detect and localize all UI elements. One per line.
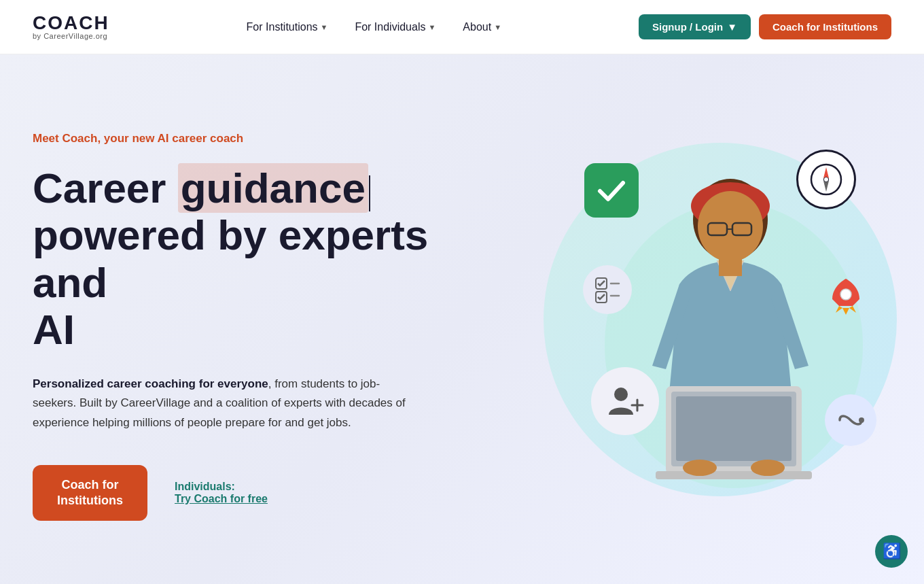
nav-links: For Institutions ▼ For Individuals ▼ Abo… bbox=[234, 16, 514, 39]
float-person-add-icon bbox=[591, 367, 659, 435]
coach-for-institutions-cta-button[interactable]: Coach for Institutions bbox=[33, 465, 147, 521]
for-institutions-chevron-icon: ▼ bbox=[321, 23, 328, 31]
svg-point-21 bbox=[840, 289, 851, 300]
float-checklist-icon bbox=[583, 265, 632, 314]
hero-title-cursor bbox=[369, 175, 370, 211]
svg-point-22 bbox=[614, 388, 628, 401]
hero-image-area bbox=[516, 54, 924, 584]
try-coach-free-link[interactable]: Try Coach for free bbox=[175, 493, 268, 505]
about-chevron-icon: ▼ bbox=[494, 23, 501, 31]
svg-point-25 bbox=[859, 417, 864, 423]
hero-section: Meet Coach, your new AI career coach Car… bbox=[0, 54, 924, 584]
coach-for-institutions-nav-button[interactable]: Coach for Institutions bbox=[759, 14, 891, 39]
float-compass-icon bbox=[796, 150, 856, 209]
cta-individuals-label: Individuals: bbox=[175, 481, 235, 493]
navbar: COACH by CareerVillage.org For Instituti… bbox=[0, 0, 924, 54]
for-individuals-chevron-icon: ▼ bbox=[428, 23, 436, 31]
float-checkmark-icon bbox=[584, 163, 639, 218]
svg-point-13 bbox=[751, 460, 785, 476]
cta-individuals: Individuals: Try Coach for free bbox=[175, 481, 268, 505]
logo-coach-text: COACH bbox=[33, 14, 109, 33]
svg-rect-11 bbox=[656, 471, 812, 479]
hero-content: Meet Coach, your new AI career coach Car… bbox=[33, 132, 495, 521]
hero-description: Personalized career coaching for everyon… bbox=[33, 375, 413, 432]
logo-sub-text: by CareerVillage.org bbox=[33, 33, 109, 40]
hero-title: Career guidance powered by experts andAI bbox=[33, 165, 495, 354]
float-rocket-icon bbox=[822, 272, 870, 320]
signup-login-label: Signup / Login bbox=[652, 21, 723, 33]
about-label: About bbox=[463, 21, 491, 33]
svg-point-16 bbox=[824, 177, 828, 182]
svg-rect-7 bbox=[719, 256, 742, 276]
svg-point-12 bbox=[683, 460, 717, 476]
float-squiggle-icon bbox=[825, 394, 876, 446]
hero-title-highlight: guidance bbox=[178, 163, 368, 213]
nav-for-individuals[interactable]: For Individuals ▼ bbox=[342, 16, 448, 39]
accessibility-button[interactable]: ♿ bbox=[875, 535, 908, 568]
cta-institutions-line1: Coach for bbox=[61, 478, 118, 492]
hero-tagline: Meet Coach, your new AI career coach bbox=[33, 132, 495, 145]
nav-for-institutions[interactable]: For Institutions ▼ bbox=[234, 16, 340, 39]
for-individuals-label: For Individuals bbox=[355, 21, 425, 33]
nav-about[interactable]: About ▼ bbox=[450, 16, 514, 39]
signup-login-button[interactable]: Signup / Login ▼ bbox=[639, 14, 751, 39]
coach-for-institutions-nav-label: Coach for Institutions bbox=[772, 21, 878, 33]
hero-title-part1: Career bbox=[33, 165, 178, 211]
signup-chevron-icon: ▼ bbox=[727, 21, 737, 33]
for-institutions-label: For Institutions bbox=[247, 21, 318, 33]
hero-cta: Coach for Institutions Individuals: Try … bbox=[33, 465, 495, 521]
nav-actions: Signup / Login ▼ Coach for Institutions bbox=[639, 14, 891, 39]
cta-institutions-line2: Institutions bbox=[57, 494, 123, 507]
logo[interactable]: COACH by CareerVillage.org bbox=[33, 14, 109, 40]
hero-desc-bold: Personalized career coaching for everyon… bbox=[33, 377, 268, 390]
svg-rect-10 bbox=[676, 396, 792, 461]
accessibility-icon: ♿ bbox=[883, 543, 901, 560]
